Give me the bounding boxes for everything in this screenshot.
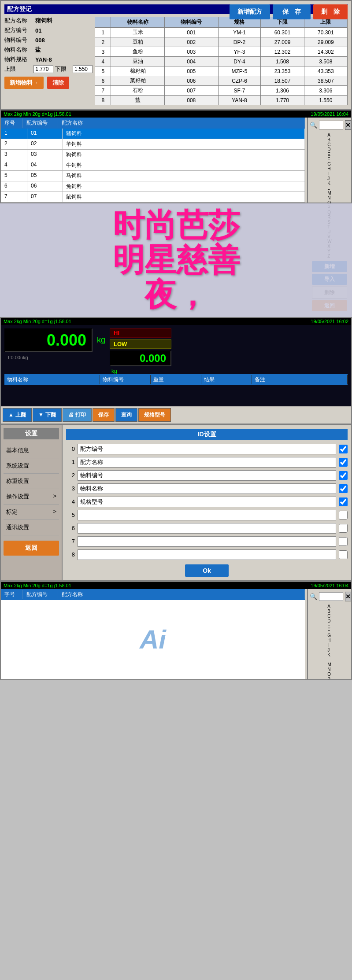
id-row-input[interactable] (78, 523, 336, 534)
id-row: 5 (66, 510, 348, 520)
bottom-alpha-letter[interactable]: C (326, 614, 332, 619)
add-material-button[interactable]: 新增物料→ (4, 77, 44, 89)
settings-menu-item[interactable]: 称重设置 (4, 474, 59, 489)
id-row-checkbox[interactable] (339, 550, 348, 559)
id-row-input[interactable] (78, 510, 336, 520)
settings-menu-item[interactable]: 操作设置 (4, 489, 59, 505)
alpha-letter[interactable]: L (326, 186, 332, 191)
id-row-checkbox[interactable] (339, 458, 348, 467)
clear-button[interactable]: 清除 (47, 77, 69, 89)
bottom-alpha-letter[interactable]: P (326, 677, 332, 680)
id-row-input[interactable] (78, 470, 336, 481)
alpha-letter[interactable]: B (326, 137, 332, 142)
alpha-letter[interactable]: F (326, 157, 332, 162)
table-row[interactable]: 7石粉007SF-71.3063.306 (95, 86, 348, 96)
close-button[interactable]: ✕ (345, 120, 351, 130)
bottom-alpha-letter[interactable]: A (326, 604, 332, 609)
header-no: 序号 (1, 118, 23, 128)
list-item[interactable]: 101猪饲料 (1, 129, 305, 139)
alpha-letter[interactable]: M (326, 191, 332, 195)
settings-menu-item[interactable]: 标定 (4, 505, 59, 520)
id-row-checkbox[interactable] (339, 471, 348, 480)
id-row-input[interactable] (78, 457, 336, 468)
query-button[interactable]: 查询 (115, 408, 137, 422)
bottom-alpha-letter[interactable]: K (326, 652, 332, 657)
table-row[interactable]: 3鱼粉003YF-312.30214.302 (95, 47, 348, 57)
bottom-alpha-letter[interactable]: I (326, 643, 332, 648)
up-button[interactable]: ▲ 上翻 (3, 408, 32, 422)
list-item[interactable]: 303狗饲料 (1, 150, 305, 160)
alpha-letter[interactable]: C (326, 142, 332, 147)
list-item[interactable]: 202羊饲料 (1, 139, 305, 150)
bottom-alpha-letter[interactable]: G (326, 633, 332, 638)
list-item[interactable]: 505马饲料 (1, 171, 305, 181)
bottom-alpha-letter[interactable]: F (326, 628, 332, 633)
table-row[interactable]: 6菜籽粕006CZP-618.50738.507 (95, 76, 348, 86)
alpha-letter[interactable]: N (326, 195, 332, 200)
settings-menu-item[interactable]: 基本信息 (4, 443, 59, 458)
bottom-alpha-letter[interactable]: J (326, 648, 332, 652)
bottom-alpha-letter[interactable]: O (326, 672, 332, 677)
table-row[interactable]: 5棉籽粕005MZP-523.35343.353 (95, 66, 348, 76)
id-row-checkbox[interactable] (339, 484, 348, 493)
settings-menu-item[interactable]: 系统设置 (4, 458, 59, 474)
settings-left-panel: 设置 基本信息系统设置称重设置操作设置标定通讯设置 返回 (1, 425, 63, 580)
alpha-letter[interactable]: I (326, 171, 332, 176)
id-row-checkbox[interactable] (339, 445, 348, 453)
upper-input[interactable] (33, 65, 53, 73)
list-item[interactable]: 707鼠饲料 (1, 192, 305, 203)
id-row-input[interactable] (78, 483, 336, 494)
material-spec-label: 物料规格 (4, 55, 35, 63)
id-row-input[interactable] (78, 536, 336, 547)
bottom-alpha-letter[interactable]: L (326, 657, 332, 662)
bottom-alpha-letter[interactable]: D (326, 619, 332, 623)
id-row-input[interactable] (78, 444, 336, 454)
save-weigh-button[interactable]: 保存 (93, 408, 115, 422)
alpha-letter[interactable]: A (326, 133, 332, 137)
settings-return-button[interactable]: 返回 (4, 541, 59, 556)
wth-result: 结果 (201, 375, 252, 384)
bottom-close-button[interactable]: ✕ (345, 592, 351, 601)
id-row-checkbox[interactable] (339, 497, 348, 506)
alpha-letter[interactable]: D (326, 147, 332, 152)
id-row: 1 (66, 457, 348, 468)
overlay-line2: 明星慈善 (0, 243, 352, 277)
alpha-letter[interactable]: G (326, 162, 332, 166)
list-item[interactable]: 404牛饲料 (1, 160, 305, 171)
id-row-checkbox[interactable] (339, 511, 348, 519)
down-button[interactable]: ▼ 下翻 (33, 408, 62, 422)
list-item[interactable]: 606兔饲料 (1, 181, 305, 192)
bottom-alpha-letter[interactable]: N (326, 667, 332, 672)
overlay-line3: 夜， (0, 277, 352, 312)
print-button[interactable]: 🖨 打印 (63, 408, 92, 422)
bottom-search-input[interactable] (319, 592, 343, 601)
alpha-letter[interactable]: J (326, 176, 332, 181)
table-row[interactable]: 1玉米001YM-160.30170.301 (95, 28, 348, 37)
save-button[interactable]: 保 存 (273, 4, 311, 19)
bottom-alpha-letter[interactable]: E (326, 623, 332, 628)
bottom-alpha-letter[interactable]: B (326, 609, 332, 614)
id-row-input[interactable] (78, 497, 336, 507)
alpha-letter[interactable]: E (326, 152, 332, 157)
wth-weight: 重量 (151, 375, 201, 384)
id-row-input[interactable] (78, 549, 336, 560)
lower-input[interactable] (73, 65, 93, 73)
search-input[interactable] (319, 121, 343, 129)
id-row: 3 (66, 483, 348, 494)
table-row[interactable]: 8盐008YAN-81.7701.550 (95, 96, 348, 105)
spec-button[interactable]: 规格型号 (138, 408, 171, 422)
id-row-checkbox[interactable] (339, 537, 348, 546)
table-row[interactable]: 2豆粕002DP-227.00929.009 (95, 37, 348, 47)
add-formula-button[interactable]: 新增配方 (230, 4, 270, 19)
wth-name: 物料名称 (4, 375, 100, 384)
bottom-list-content-wrapper: 字号 配方编号 配方名称 Ai 🔍 ✕ ABCDEFGHIJKLMNOPQRST… (1, 589, 351, 679)
ok-button[interactable]: Ok (185, 564, 229, 577)
bottom-alpha-letter[interactable]: H (326, 638, 332, 643)
settings-menu-item[interactable]: 通讯设置 (4, 520, 59, 535)
alpha-letter[interactable]: K (326, 181, 332, 186)
alpha-letter[interactable]: H (326, 166, 332, 171)
bottom-alpha-letter[interactable]: M (326, 662, 332, 667)
id-row-checkbox[interactable] (339, 524, 348, 533)
table-row[interactable]: 4豆油004DY-41.5083.508 (95, 57, 348, 66)
delete-button[interactable]: 删 除 (313, 4, 348, 19)
